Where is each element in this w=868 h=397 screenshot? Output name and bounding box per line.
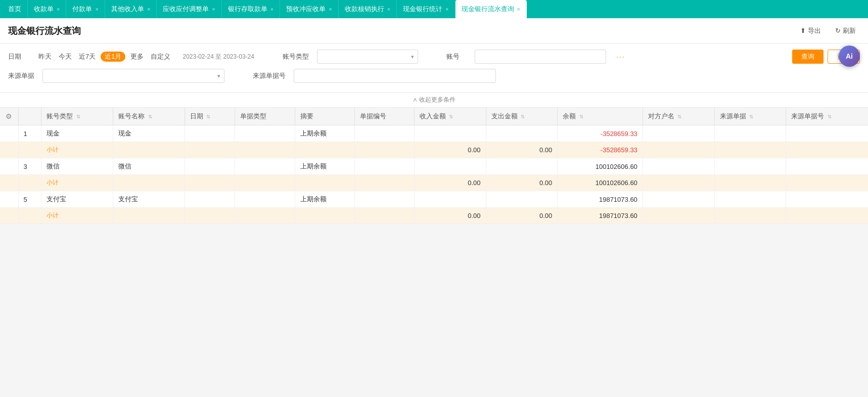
col-counterparty[interactable]: 对方户名 ⇅: [643, 108, 714, 125]
query-button[interactable]: 查询: [792, 50, 824, 64]
table-settings-icon[interactable]: ⚙: [6, 112, 12, 120]
col-source-doc[interactable]: 来源单据 ⇅: [714, 108, 786, 125]
export-button[interactable]: ⬆ 导出: [796, 24, 825, 37]
col-doc-no: 单据编号: [354, 108, 414, 125]
cell-expense: [486, 191, 558, 208]
cell-source-doc: [714, 125, 786, 142]
collapse-label: 收起更多条件: [419, 96, 455, 103]
table-row[interactable]: 小计 0.00 0.00 -3528659.33: [0, 142, 868, 158]
nav-receipt-exec[interactable]: 收款核销执行 ×: [339, 0, 397, 18]
cell-doc-type: [235, 158, 295, 175]
cell-source-doc: [714, 158, 786, 175]
cell-idx: 3: [18, 158, 41, 175]
cell-expense: [486, 158, 558, 175]
cell-doc-type: [235, 208, 295, 224]
date-today[interactable]: 今天: [57, 52, 74, 62]
cell-account-type: 小计: [41, 175, 113, 191]
cell-doc-type: [235, 142, 295, 158]
cell-idx: [18, 175, 41, 191]
account-ellipsis-button[interactable]: ···: [614, 53, 627, 61]
close-ar-ap-icon[interactable]: ×: [212, 6, 215, 12]
nav-bank-withdraw[interactable]: 银行存取款单 ×: [222, 0, 280, 18]
close-prepay-icon[interactable]: ×: [329, 6, 332, 12]
col-source-doc-no[interactable]: 来源单据号 ⇅: [786, 108, 868, 125]
nav-ar-ap-adjust[interactable]: 应收应付调整单 ×: [157, 0, 221, 18]
cell-income: 0.00: [414, 142, 486, 158]
table-row[interactable]: 3 微信 微信 上期余额 100102606.60: [0, 158, 868, 175]
col-account-type[interactable]: 账号类型 ⇅: [41, 108, 113, 125]
col-account-name[interactable]: 账号名称 ⇅: [113, 108, 185, 125]
source-doc-select[interactable]: [42, 69, 224, 83]
nav-cash-flow[interactable]: 现金银行流水查询 ×: [455, 0, 527, 18]
cell-settings: [0, 158, 18, 175]
date-yesterday[interactable]: 昨天: [36, 52, 54, 62]
collapse-bar[interactable]: ∧ 收起更多条件: [0, 93, 868, 108]
table-row[interactable]: 小计 0.00 0.00 19871073.60: [0, 208, 868, 224]
account-input[interactable]: [475, 50, 606, 64]
cell-balance: 19871073.60: [558, 208, 643, 224]
ai-assistant-button[interactable]: Ai: [839, 46, 860, 67]
nav-receipts[interactable]: 收款单 ×: [28, 0, 66, 18]
cell-summary: [295, 142, 354, 158]
cell-doc-type: [235, 175, 295, 191]
close-receipts-icon[interactable]: ×: [57, 6, 60, 12]
date-options: 昨天 今天 近7天 近1月 更多 自定义: [36, 52, 172, 62]
cell-doc-type: [235, 125, 295, 142]
cell-income: [414, 125, 486, 142]
refresh-icon: ↻: [835, 27, 841, 34]
close-cash-stat-icon[interactable]: ×: [445, 6, 448, 12]
cell-doc-no: [354, 142, 414, 158]
col-settings[interactable]: ⚙: [0, 108, 18, 125]
col-date[interactable]: 日期 ⇅: [185, 108, 235, 125]
cell-doc-no: [354, 191, 414, 208]
date-label: 日期: [8, 52, 28, 61]
cell-income: 0.00: [414, 208, 486, 224]
close-receipt-exec-icon[interactable]: ×: [387, 6, 390, 12]
cell-settings: [0, 142, 18, 158]
date-7days[interactable]: 近7天: [77, 52, 98, 62]
source-doc-select-wrapper: [42, 69, 224, 83]
cell-summary: [295, 175, 354, 191]
col-expense[interactable]: 支出金额 ⇅: [486, 108, 558, 125]
cell-account-name: 微信: [113, 158, 185, 175]
cell-expense: 0.00: [486, 142, 558, 158]
table-row[interactable]: 5 支付宝 支付宝 上期余额 19871073.60: [0, 191, 868, 208]
cell-balance: 19871073.60: [558, 191, 643, 208]
close-payments-icon[interactable]: ×: [95, 6, 98, 12]
col-income[interactable]: 收入金额 ⇅: [414, 108, 486, 125]
refresh-button[interactable]: ↻ 刷新: [831, 24, 860, 37]
nav-payments[interactable]: 付款单 ×: [66, 0, 105, 18]
close-other-income-icon[interactable]: ×: [147, 6, 150, 12]
cell-counterparty: [643, 142, 714, 158]
cell-counterparty: [643, 191, 714, 208]
cell-account-type: 小计: [41, 208, 113, 224]
cell-summary: 上期余额: [295, 125, 354, 142]
col-doc-type: 单据类型: [235, 108, 295, 125]
nav-other-income[interactable]: 其他收入单 ×: [105, 0, 157, 18]
close-bank-icon[interactable]: ×: [270, 6, 273, 12]
source-doc-no-input[interactable]: [294, 69, 496, 83]
nav-home[interactable]: 首页: [2, 0, 28, 18]
cell-account-type: 支付宝: [41, 191, 113, 208]
cell-settings: [0, 175, 18, 191]
nav-cash-stat[interactable]: 现金银行统计 ×: [397, 0, 455, 18]
cell-date: [185, 158, 235, 175]
col-balance[interactable]: 余额 ⇅: [558, 108, 643, 125]
cell-idx: [18, 142, 41, 158]
nav-prepay-offset[interactable]: 预收冲应收单 ×: [280, 0, 338, 18]
cell-summary: 上期余额: [295, 191, 354, 208]
cell-expense: [486, 125, 558, 142]
date-custom[interactable]: 自定义: [149, 52, 172, 62]
cell-summary: 上期余额: [295, 158, 354, 175]
date-1month[interactable]: 近1月: [101, 52, 125, 62]
table-row[interactable]: 小计 0.00 0.00 100102606.60: [0, 175, 868, 191]
close-cash-flow-icon[interactable]: ×: [517, 6, 520, 12]
date-more[interactable]: 更多: [128, 52, 146, 62]
account-type-select[interactable]: [317, 50, 418, 64]
sort-expense-icon: ⇅: [521, 114, 525, 119]
cell-expense: 0.00: [486, 175, 558, 191]
table-row[interactable]: 1 现金 现金 上期余额 -3528659.33: [0, 125, 868, 142]
account-type-select-wrapper: [317, 50, 418, 64]
cell-source-doc: [714, 142, 786, 158]
page-title: 现金银行流水查询: [8, 25, 81, 37]
